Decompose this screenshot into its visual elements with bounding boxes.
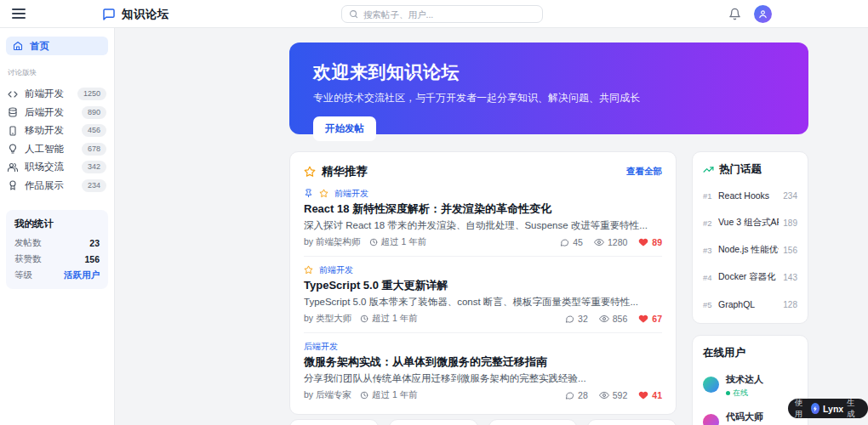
sidebar-item-ai[interactable]: 人工智能 678: [6, 140, 108, 159]
featured-title: 精华推荐: [322, 164, 620, 179]
sidebar-home-label: 首页: [30, 40, 49, 53]
eye-icon: [594, 237, 604, 247]
online-dot-icon: [726, 391, 730, 395]
like-button[interactable]: 41: [638, 390, 662, 400]
eye-icon: [599, 314, 609, 324]
bell-icon[interactable]: [728, 8, 741, 20]
hot-topics-card: 热门话题 #1 React Hooks 234 #2 Vue 3 组合式API …: [692, 151, 808, 324]
app-title: 知识论坛: [122, 7, 169, 22]
category-card[interactable]: [587, 419, 677, 425]
comment-icon: [565, 391, 574, 400]
count-badge: 890: [82, 106, 106, 119]
sidebar-item-mobile[interactable]: 移动开发 456: [6, 122, 108, 140]
post-excerpt: 分享我们团队从传统单体应用迁移到微服务架构的完整实践经验...: [304, 372, 662, 384]
home-icon: [13, 41, 23, 51]
topic-item[interactable]: #4 Docker 容器化 143: [703, 269, 797, 286]
comment-count: 45: [560, 237, 583, 247]
sidebar-item-backend[interactable]: 后端开发 890: [6, 104, 108, 122]
users-icon: [8, 162, 18, 173]
category-cards-row: [289, 419, 677, 425]
trending-up-icon: [703, 164, 714, 175]
view-all-link[interactable]: 查看全部: [626, 166, 662, 178]
top-header: 知识论坛: [0, 0, 868, 28]
post-item[interactable]: 后端开发 微服务架构实战：从单体到微服务的完整迁移指南 分享我们团队从传统单体应…: [304, 333, 662, 409]
star-icon: [304, 265, 313, 275]
topic-item[interactable]: #1 React Hooks 234: [703, 187, 797, 204]
post-time: 超过 1 年前: [372, 313, 418, 325]
post-tag[interactable]: 前端开发: [319, 264, 353, 276]
mobile-icon: [8, 126, 18, 136]
view-count: 592: [599, 390, 628, 400]
user-avatar[interactable]: [754, 5, 772, 23]
welcome-banner: 欢迎来到知识论坛 专业的技术交流社区，与千万开发者一起分享知识、解决问题、共同成…: [289, 42, 808, 134]
logo[interactable]: 知识论坛: [102, 7, 169, 22]
star-icon: [304, 166, 316, 178]
like-button[interactable]: 89: [638, 237, 662, 247]
count-badge: 234: [82, 179, 106, 192]
search-input[interactable]: [363, 9, 535, 20]
heart-icon: [638, 390, 648, 400]
start-post-button[interactable]: 开始发帖: [313, 116, 376, 141]
post-tag[interactable]: 后端开发: [304, 341, 338, 353]
avatar: [703, 377, 719, 393]
post-author[interactable]: by 后端专家: [304, 389, 351, 401]
topic-item[interactable]: #2 Vue 3 组合式API 189: [703, 214, 797, 231]
post-author[interactable]: by 前端架构师: [304, 236, 361, 248]
pin-icon: [304, 189, 313, 198]
stats-row-level: 等级 活跃用户: [14, 269, 100, 281]
sidebar-section-label: 讨论版块: [8, 68, 106, 78]
topic-item[interactable]: #3 Node.js 性能优化 156: [703, 241, 797, 258]
post-author[interactable]: by 类型大师: [304, 313, 351, 325]
view-count: 856: [599, 314, 628, 324]
my-stats-card: 我的统计 发帖数 23 获赞数 156 等级 活跃用户: [6, 210, 108, 289]
sidebar-item-frontend[interactable]: 前端开发 1250: [6, 85, 108, 104]
online-user[interactable]: 代码大师 在线: [703, 408, 797, 425]
code-icon: [8, 89, 18, 99]
count-badge: 342: [82, 161, 106, 173]
clock-icon: [360, 314, 368, 323]
left-sidebar: 首页 讨论版块 前端开发 1250 后端开发 890 移动开发 456 人工智能…: [0, 28, 115, 425]
online-user[interactable]: 技术达人 在线: [703, 371, 797, 399]
like-button[interactable]: 67: [638, 314, 662, 324]
category-card[interactable]: [488, 419, 578, 425]
clock-icon: [360, 391, 368, 400]
comment-icon: [560, 238, 569, 247]
stats-row-posts: 发帖数 23: [14, 237, 100, 249]
post-excerpt: 深入探讨 React 18 带来的并发渲染、自动批处理、Suspense 改进等…: [304, 219, 662, 231]
star-icon: [319, 189, 328, 198]
trophy-icon: [8, 180, 18, 190]
post-title[interactable]: TypeScript 5.0 重大更新详解: [304, 279, 662, 292]
topic-item[interactable]: #5 GraphQL 128: [703, 296, 797, 313]
lynx-watermark-badge[interactable]: 使用 Lynx 生成: [788, 399, 868, 418]
banner-subtitle: 专业的技术交流社区，与千万开发者一起分享知识、解决问题、共同成长: [313, 91, 785, 105]
featured-posts-card: 精华推荐 查看全部 前端开发 React 18 新特性深度解析：并发渲染的革命性…: [289, 151, 677, 415]
database-icon: [8, 107, 18, 117]
comment-icon: [565, 314, 574, 324]
category-card[interactable]: [389, 419, 478, 425]
sidebar-item-showcase[interactable]: 作品展示 234: [6, 177, 108, 196]
menu-icon[interactable]: [12, 8, 26, 20]
eye-icon: [599, 390, 609, 400]
post-item[interactable]: 前端开发 TypeScript 5.0 重大更新详解 TypeScript 5.…: [304, 257, 662, 333]
post-title[interactable]: React 18 新特性深度解析：并发渲染的革命性变化: [304, 202, 662, 216]
heart-icon: [638, 314, 648, 324]
search-bar: [341, 5, 543, 23]
post-tag[interactable]: 前端开发: [334, 188, 368, 200]
count-badge: 456: [82, 124, 106, 137]
comment-count: 28: [565, 390, 588, 400]
view-count: 1280: [594, 237, 627, 247]
clock-icon: [369, 238, 378, 246]
stats-title: 我的统计: [14, 218, 100, 230]
count-badge: 678: [82, 143, 106, 156]
lightbulb-icon: [8, 144, 18, 154]
status-badge: 在线: [726, 388, 763, 399]
sidebar-item-home[interactable]: 首页: [6, 37, 108, 55]
post-item[interactable]: 前端开发 React 18 新特性深度解析：并发渲染的革命性变化 深入探讨 Re…: [304, 180, 662, 257]
heart-icon: [638, 237, 648, 247]
lynx-logo-icon: [811, 403, 819, 414]
sidebar-item-career[interactable]: 职场交流 342: [6, 158, 108, 177]
stats-row-likes: 获赞数 156: [14, 253, 100, 265]
search-icon: [349, 9, 358, 19]
post-title[interactable]: 微服务架构实战：从单体到微服务的完整迁移指南: [304, 355, 662, 369]
category-card[interactable]: [289, 419, 379, 425]
